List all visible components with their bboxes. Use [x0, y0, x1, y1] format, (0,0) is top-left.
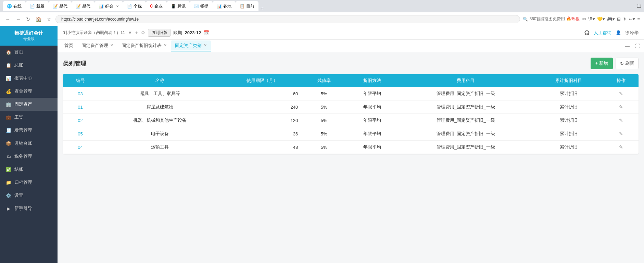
tab-depreciation-table[interactable]: 固定资产折旧统计表 ✕: [117, 40, 171, 51]
add-button[interactable]: + 新增: [591, 58, 613, 69]
tab-fixed-asset-mgmt[interactable]: 固定资产管理 ✕: [77, 40, 117, 51]
cell-accumulated-3: 累计折旧: [533, 127, 604, 141]
settings-icon: ⚙️: [5, 193, 12, 198]
user-avatar-icon: 👤: [616, 30, 621, 35]
cell-action-3[interactable]: ✎: [604, 127, 639, 141]
tab-home[interactable]: 首页: [60, 40, 77, 51]
cell-id-0[interactable]: 03: [63, 87, 98, 100]
browser-tab-haohui[interactable]: 📊 好会 ✕: [94, 1, 123, 11]
cell-id-3[interactable]: 05: [63, 127, 98, 141]
app-header-left: 刘小艳演示账套（勿删勿动！）11 ▼ + ⚙ 切到旧版 账期 2023-12 📅: [63, 29, 209, 37]
sidebar-item-guide[interactable]: ▶ 新手引导: [0, 202, 58, 215]
cell-expense-1: 管理费用_固定资产折旧_一级: [399, 100, 533, 114]
address-input[interactable]: [55, 15, 520, 23]
new-tab-button[interactable]: +: [258, 5, 266, 11]
edit-icon-1[interactable]: ✎: [619, 104, 623, 110]
cell-residual-1: 5%: [302, 100, 346, 114]
browser-tab-geshui[interactable]: 📄 个税: [123, 1, 146, 11]
browser-tab-xinban[interactable]: 📄 新版: [26, 1, 49, 11]
cell-action-4[interactable]: ✎: [604, 141, 639, 154]
support-label[interactable]: 人工咨询: [594, 30, 611, 36]
add-account-btn[interactable]: +: [135, 30, 138, 36]
edit-icon-3[interactable]: ✎: [619, 131, 623, 136]
cell-accumulated-2: 累计折旧: [533, 114, 604, 127]
app-header-right: 🎧 人工咨询 👤 徐泽华: [584, 30, 639, 36]
close-tab-depreciation-icon[interactable]: ✕: [164, 43, 167, 48]
forward-button[interactable]: →: [14, 15, 22, 23]
username: 徐泽华: [625, 30, 639, 36]
sidebar-item-payroll[interactable]: 💼 工资: [0, 111, 58, 124]
tab-label: 畅提: [200, 3, 209, 9]
table-body: 03 器具、工具、家具等 60 5% 年限平均 管理费用_固定资产折旧_一级 累…: [63, 87, 639, 154]
cut-icon[interactable]: ✂: [582, 16, 586, 22]
cell-residual-0: 5%: [302, 87, 346, 100]
cell-expense-2: 管理费用_固定资产折旧_一级: [399, 114, 533, 127]
switch-version-btn[interactable]: 切到旧版: [148, 29, 171, 37]
undo-icon[interactable]: ↩▾: [629, 16, 635, 22]
calendar-icon[interactable]: 📅: [204, 30, 209, 35]
close-tab-fixed-asset-icon[interactable]: ✕: [110, 43, 113, 48]
sidebar-item-invoice[interactable]: 🧾 发票管理: [0, 124, 58, 137]
cell-id-2[interactable]: 02: [63, 114, 98, 127]
menu-icon[interactable]: ≡: [637, 16, 640, 22]
reload-button[interactable]: ↻: [25, 15, 31, 23]
user-info: 刘小艳演示账套（勿删勿动！）11: [63, 30, 125, 36]
back-button[interactable]: ←: [4, 15, 12, 23]
cell-action-1[interactable]: ✎: [604, 100, 639, 114]
minimize-tab-btn[interactable]: —: [623, 43, 631, 49]
translate-icon[interactable]: 译▾: [588, 16, 595, 22]
search-area: 🔍 360智能抠图免费用 🔥热搜: [523, 16, 580, 22]
browser-tab-qiye[interactable]: C 企业: [146, 1, 167, 11]
browser-tab-tengxun[interactable]: 📱 腾讯: [167, 1, 190, 11]
browser-tab-zaixin[interactable]: 🌐 在线: [3, 1, 26, 11]
sidebar-item-purchase-sales[interactable]: 📦 进销台账: [0, 137, 58, 150]
edit-icon-4[interactable]: ✎: [619, 144, 623, 150]
page-title: 类别管理: [63, 60, 86, 68]
tab-label: 目前: [246, 3, 254, 9]
cell-id-1[interactable]: 01: [63, 100, 98, 114]
sidebar-item-close-accounts[interactable]: ✅ 结账: [0, 163, 58, 176]
page-content: 类别管理 + 新增 ↻ 刷新 编号 名称 使用期限（月） 残值率: [58, 52, 644, 263]
game-icon[interactable]: 🎮▾: [607, 16, 615, 22]
wallet-icon[interactable]: 💛▾: [597, 16, 605, 22]
refresh-button[interactable]: ↻ 刷新: [616, 58, 639, 69]
sidebar-item-ledger[interactable]: 📋 总账: [0, 59, 58, 72]
ledger-icon: 📋: [5, 63, 12, 68]
brightness-icon[interactable]: ☀: [623, 16, 627, 22]
sidebar-item-reports[interactable]: 📊 报表中心: [0, 72, 58, 85]
browser-tab-changti[interactable]: ✉️ 畅提: [190, 1, 213, 11]
dropdown-icon[interactable]: ▼: [128, 30, 132, 35]
logo-sub: 专业版: [4, 36, 53, 41]
cell-id-4[interactable]: 04: [63, 141, 98, 154]
cell-action-0[interactable]: ✎: [604, 87, 639, 100]
sidebar-item-archive[interactable]: 📁 归档管理: [0, 176, 58, 189]
browser-tab-yidai1[interactable]: 📝 易代: [49, 1, 72, 11]
bookmark-button[interactable]: ☆: [46, 15, 53, 23]
cell-method-4: 年限平均: [346, 141, 399, 154]
gear-icon[interactable]: ⚙: [141, 30, 145, 35]
browser-tab-gedi[interactable]: 📊 各地: [213, 1, 236, 11]
sidebar-item-settings[interactable]: ⚙️ 设置: [0, 189, 58, 202]
tab-asset-category-label: 固定资产类别: [175, 43, 202, 49]
cell-action-2[interactable]: ✎: [604, 114, 639, 127]
table-row: 05 电子设备 36 5% 年限平均 管理费用_固定资产折旧_一级 累计折旧 ✎: [63, 127, 639, 141]
headset-icon: 🎧: [584, 30, 590, 35]
sidebar-item-tax[interactable]: 🗂 税务管理: [0, 150, 58, 163]
tab-home-label: 首页: [64, 43, 73, 49]
sidebar-item-funds[interactable]: 💰 资金管理: [0, 85, 58, 98]
col-header-months: 使用期限（月）: [223, 74, 302, 87]
edit-icon-2[interactable]: ✎: [619, 118, 623, 123]
col-header-expense: 费用科目: [399, 74, 533, 87]
close-tab-category-icon[interactable]: ✕: [204, 43, 207, 48]
close-icon[interactable]: ✕: [116, 4, 119, 8]
edit-icon-0[interactable]: ✎: [619, 91, 623, 96]
sidebar-item-home[interactable]: 🏠 首页: [0, 46, 58, 59]
home-button[interactable]: 🏠: [34, 15, 43, 23]
grid-icon[interactable]: ⊞: [617, 16, 621, 22]
browser-tab-yidai2[interactable]: 📝 易代: [72, 1, 94, 11]
maximize-tab-btn[interactable]: ⛶: [634, 43, 641, 49]
browser-tab-muqian[interactable]: 📋 目前: [236, 1, 258, 11]
sidebar-item-fixed-assets[interactable]: 🏢 固定资产: [0, 98, 58, 111]
tab-asset-category[interactable]: 固定资产类别 ✕: [171, 40, 211, 51]
tab-label: 在线: [13, 3, 22, 9]
